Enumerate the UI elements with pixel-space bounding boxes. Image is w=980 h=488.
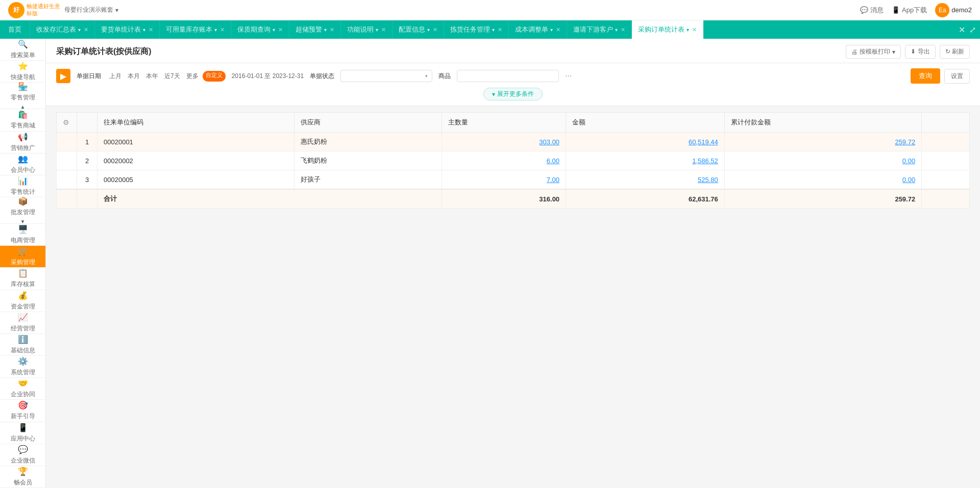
close-icon[interactable]: ✕: [330, 27, 334, 33]
tab-available-stock[interactable]: 可用量库存账本 ▾ ✕: [160, 20, 231, 39]
shortcut-this-year[interactable]: 本年: [144, 71, 160, 82]
tab-invite-downstream[interactable]: 邀请下游客户 ▾ ✕: [567, 20, 632, 39]
close-icon[interactable]: ✕: [149, 27, 153, 33]
chevron-down-icon: ▾: [687, 27, 689, 33]
chevron-down-icon: ▾: [78, 27, 81, 33]
sidebar-item-operations[interactable]: 📈 经营管理: [0, 312, 45, 334]
row3-partner-code: 00020005: [97, 170, 295, 190]
status-label: 单据状态: [310, 72, 334, 81]
export-button[interactable]: ⬇ 导出: [905, 45, 935, 59]
row3-extra: [922, 170, 970, 190]
custom-date-badge[interactable]: 自定义: [203, 71, 226, 82]
nav-end-actions: ✕ ⤢: [959, 25, 980, 35]
chevron-down-icon: ▾: [214, 27, 217, 33]
expand-more-conditions-button[interactable]: ▾ 展开更多条件: [483, 88, 543, 100]
tab-config-info[interactable]: 配置信息 ▾ ✕: [393, 20, 444, 39]
chevron-down-icon: ▾: [550, 27, 553, 33]
qty-column-header: 主数量: [442, 113, 566, 133]
guide-icon: 🎯: [18, 400, 28, 410]
sidebar-item-shortcuts[interactable]: ⭐ 快捷导航: [0, 61, 45, 83]
sidebar-item-wholesale[interactable]: 📦 批发管理 ▼: [0, 197, 45, 224]
query-button[interactable]: 查询: [911, 68, 940, 84]
chevron-down-icon: ▾: [492, 91, 495, 98]
app-download-button[interactable]: 📱 App下载: [892, 6, 927, 15]
footer-amount: 62,631.76: [566, 189, 725, 209]
tab-cost-adjust[interactable]: 成本调整单 ▾ ✕: [509, 20, 567, 39]
chevron-down-icon: ▾: [115, 7, 118, 14]
filter-row-main: ▶ 单据日期 上月 本月 本年 近7天 更多 自定义 2016-01-01 至 …: [56, 68, 970, 84]
sidebar-item-retail-mall[interactable]: 🛍️ 零售商城: [0, 109, 45, 131]
index-column-header: [77, 113, 97, 133]
wechat-icon: 💬: [18, 445, 28, 454]
stats-icon: 📊: [18, 176, 28, 186]
sidebar-item-retail-mgmt[interactable]: 🏪 零售管理 ▲: [0, 83, 45, 109]
nav-close-all-button[interactable]: ✕: [959, 25, 965, 35]
sidebar-item-search[interactable]: 🔍 搜索菜单: [0, 39, 45, 61]
refresh-button[interactable]: ↻ 刷新: [940, 45, 970, 59]
row1-amount: 60,519.44: [566, 133, 725, 151]
top-bar-right: 💬 消息 📱 App下载 Ea demo2: [860, 3, 972, 17]
close-icon[interactable]: ✕: [621, 27, 625, 33]
sidebar-item-system-mgmt[interactable]: ⚙️ 系统管理: [0, 356, 45, 378]
tab-function-desc[interactable]: 功能说明 ▾ ✕: [341, 20, 393, 39]
workspace-selector[interactable]: 母婴行业演示账套 ▾: [64, 6, 118, 14]
close-icon[interactable]: ✕: [84, 27, 88, 33]
page-title: 采购订单统计表(按供应商): [56, 46, 152, 57]
shortcut-more[interactable]: 更多: [184, 71, 201, 82]
goods-label: 商品: [438, 72, 451, 81]
tab-receive-summary[interactable]: 收发存汇总表 ▾ ✕: [30, 20, 95, 39]
store-icon: 🏪: [18, 82, 28, 91]
sidebar-item-enterprise-wechat[interactable]: 💬 企业微信: [0, 444, 45, 466]
close-icon[interactable]: ✕: [433, 27, 437, 33]
sidebar-item-marketing[interactable]: 📢 营销推广: [0, 132, 45, 153]
tab-requisition-stats[interactable]: 要货单统计表 ▾ ✕: [95, 20, 160, 39]
footer-paid-amount: 259.72: [724, 189, 921, 209]
sidebar-item-retail-stats[interactable]: 📊 零售统计: [0, 175, 45, 197]
template-print-button[interactable]: 🖨 按模板打印 ▾: [846, 45, 901, 59]
tab-overstock-warning[interactable]: 超储预警 ▾ ✕: [289, 20, 341, 39]
row2-extra: [922, 151, 970, 170]
close-icon[interactable]: ✕: [278, 27, 283, 33]
sidebar-item-app-center[interactable]: 📱 应用中心: [0, 422, 45, 444]
print-icon: 🖨: [851, 48, 857, 56]
sidebar-item-purchase-mgmt[interactable]: 🛒 采购管理: [0, 246, 45, 268]
filter-settings-button[interactable]: 设置: [944, 69, 970, 84]
supplier-column-header: 供应商: [295, 113, 442, 133]
user-area[interactable]: Ea demo2: [935, 3, 972, 17]
goods-input[interactable]: [457, 70, 559, 82]
refresh-icon: ↻: [945, 48, 950, 55]
nav-expand-button[interactable]: ⤢: [969, 25, 976, 35]
close-icon[interactable]: ✕: [692, 27, 697, 33]
sidebar-item-finance[interactable]: 💰 资金管理: [0, 290, 45, 312]
close-icon[interactable]: ✕: [381, 27, 386, 33]
sidebar-item-stock-accounting[interactable]: 📋 库存核算: [0, 268, 45, 290]
tab-home[interactable]: 首页: [0, 20, 30, 39]
column-settings-icon[interactable]: ⚙: [63, 118, 69, 126]
tab-expiry-query[interactable]: 保质期查询 ▾ ✕: [231, 20, 289, 39]
sidebar-item-enterprise-collab[interactable]: 🤝 企业协同: [0, 378, 45, 400]
close-icon[interactable]: ✕: [498, 27, 502, 33]
status-select[interactable]: [340, 70, 432, 82]
row2-qty: 6.00: [442, 151, 566, 170]
shortcut-this-month[interactable]: 本月: [126, 71, 142, 82]
vip-icon: 🏆: [18, 467, 28, 476]
tab-pick-task[interactable]: 拣货任务管理 ▾ ✕: [444, 20, 509, 39]
sidebar-item-ecommerce[interactable]: 🖥️ 电商管理: [0, 224, 45, 246]
search-icon: 🔍: [18, 39, 28, 49]
sidebar-item-members[interactable]: 👥 会员中心: [0, 153, 45, 175]
shortcut-last-month[interactable]: 上月: [107, 71, 124, 82]
download-icon: 📱: [892, 6, 900, 14]
more-fields-icon[interactable]: ···: [565, 71, 572, 81]
sidebar-item-onboarding[interactable]: 🎯 新手引导: [0, 400, 45, 422]
close-icon[interactable]: ✕: [220, 27, 225, 33]
shortcut-7days[interactable]: 近7天: [162, 71, 182, 82]
tab-purchase-order-stats[interactable]: 采购订单统计表 ▾ ✕: [632, 20, 703, 39]
sidebar-item-member-vip[interactable]: 🏆 畅会员: [0, 466, 45, 488]
message-button[interactable]: 💬 消息: [860, 6, 884, 15]
close-icon[interactable]: ✕: [556, 27, 560, 33]
paid-amount-column-header: 累计付款金额: [724, 113, 921, 133]
footer-extra: [922, 189, 970, 209]
table-wrap: ⚙ 往来单位编码 供应商 主数量 金额 累计付款金额 1: [46, 106, 980, 488]
sidebar-item-basic-info[interactable]: ℹ️ 基础信息: [0, 334, 45, 356]
filter-collapse-button[interactable]: ▶: [56, 69, 70, 83]
